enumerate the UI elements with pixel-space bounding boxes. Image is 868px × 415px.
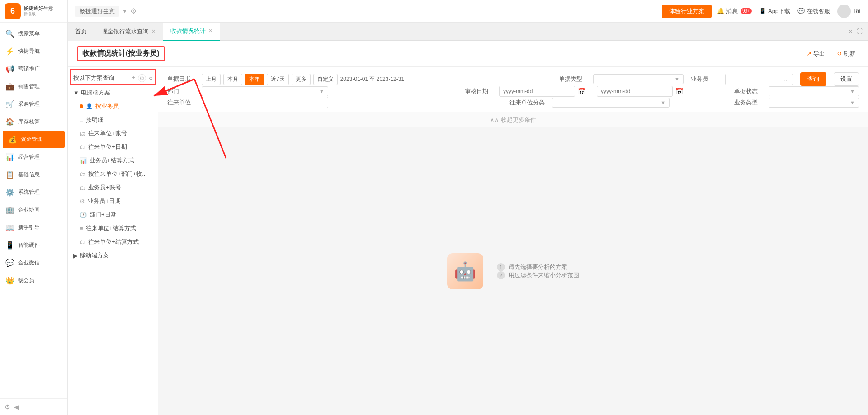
partner-more-icon[interactable]: ...	[319, 99, 324, 106]
tab-receipt-close[interactable]: ✕	[208, 28, 212, 34]
partner-account-icon: 🗂	[80, 130, 85, 137]
purchase-icon: 🛒	[5, 100, 14, 108]
export-btn[interactable]: ↗ 导出	[803, 48, 829, 60]
empty-state: 🤖 1 请先选择要分析的方案 2 用过滤条件来缩小分析范围	[158, 127, 868, 415]
filter-row-3-wrapper: 往来单位 ... 往来单位分类 ▼	[158, 97, 868, 112]
scheme-item-partner-account[interactable]: 🗂 往来单位+账号	[68, 127, 158, 140]
scheme-item-detail[interactable]: ≡ 按明细	[68, 113, 158, 127]
collapse-sidebar-icon[interactable]: ◀	[14, 403, 19, 410]
scheme-item-dept-date[interactable]: 🕐 部门+日期	[68, 208, 158, 222]
dept-arrow-icon: ▼	[319, 89, 324, 94]
close-window-icon[interactable]: ✕	[848, 28, 853, 35]
scheme-item-salesman-settlement[interactable]: 📊 业务员+结算方式	[68, 154, 158, 167]
dept-select[interactable]: ▼	[202, 86, 328, 96]
salesman-more-icon[interactable]: ...	[784, 76, 789, 83]
dept-label: 部门	[167, 87, 194, 95]
doc-type-select[interactable]: ▼	[593, 74, 684, 84]
member-icon: 👑	[5, 276, 14, 285]
topbar-right: 🔔 消息 99+ 📱 App下载 💬 在线客服 Rit	[717, 5, 861, 18]
salesman-date-icon: ⚙	[80, 198, 85, 205]
online-service-btn[interactable]: 💬 在线客服	[797, 7, 830, 15]
biz-type-select[interactable]: ▼	[769, 98, 859, 108]
scheme-item-salesman-account[interactable]: 🗂 业务员+账号	[68, 181, 158, 194]
sidebar-item-operation[interactable]: 📊 经营管理	[0, 148, 67, 166]
doc-status-select[interactable]: ▼	[769, 86, 859, 96]
calendar-to-icon[interactable]: 📅	[675, 88, 683, 95]
partner-select[interactable]: ...	[202, 97, 328, 108]
sidebar-item-hardware[interactable]: 📱 智能硬件	[0, 236, 67, 254]
sidebar-item-enterprise[interactable]: 🏢 企业协同	[0, 201, 67, 219]
scheme-group-mobile-title[interactable]: ▶ 移动端方案	[68, 249, 158, 262]
date-btn-this-month[interactable]: 本月	[223, 74, 242, 85]
sidebar-item-search[interactable]: 🔍 搜索菜单	[0, 25, 67, 42]
sidebar-item-wechat[interactable]: 💬 企业微信	[0, 254, 67, 272]
scheme-item-by-salesman[interactable]: 👤 按业务员	[68, 99, 158, 113]
tab-cashflow[interactable]: 现金银行流水查询 ✕	[94, 23, 163, 41]
date-btn-this-year[interactable]: 本年	[245, 74, 264, 85]
wechat-icon: 💬	[5, 259, 14, 267]
scheme-item-salesman-date[interactable]: ⚙ 业务员+日期	[68, 194, 158, 208]
refresh-btn[interactable]: ↻ 刷新	[833, 48, 859, 60]
add-scheme-icon[interactable]: +	[132, 74, 136, 82]
partner-category-select[interactable]: ▼	[552, 98, 670, 108]
enterprise-icon: 🏢	[5, 206, 14, 214]
doc-status-label: 单据状态	[734, 87, 761, 95]
date-btn-custom[interactable]: 自定义	[313, 74, 338, 85]
review-date-to[interactable]	[597, 86, 673, 97]
sidebar-logo: 6 畅捷通好生意 标准版	[0, 0, 67, 23]
date-btn-last-month[interactable]: 上月	[202, 74, 221, 85]
date-btn-7days[interactable]: 近7天	[267, 74, 289, 85]
tab-cashflow-close[interactable]: ✕	[151, 28, 156, 34]
settings-bottom-icon[interactable]: ⚙	[5, 403, 10, 410]
sidebar-item-sales[interactable]: 💼 销售管理	[0, 78, 67, 95]
maximize-icon[interactable]: ⛶	[857, 28, 863, 35]
download-icon: 📱	[759, 8, 766, 14]
left-panel-header: 按以下方案查询 + ⚙ «	[68, 71, 158, 86]
basic-icon: 📋	[5, 170, 14, 179]
scheme-item-partner-settlement1[interactable]: ≡ 往来单位+结算方式	[68, 222, 158, 235]
sidebar-item-inventory[interactable]: 🏠 库存核算	[0, 113, 67, 131]
scheme-settings-icon[interactable]: ⚙	[138, 74, 146, 82]
trial-btn[interactable]: 体验行业方案	[662, 5, 712, 18]
topbar-settings-icon[interactable]: ⚙	[130, 7, 137, 15]
sidebar-item-nav[interactable]: ⚡ 快捷导航	[0, 42, 67, 60]
topbar-app-name: 畅捷通好生意	[75, 6, 119, 17]
service-icon: 💬	[797, 8, 805, 14]
filter-settings-btn[interactable]: 设置	[834, 72, 859, 86]
partner-category-arrow-icon: ▼	[660, 100, 665, 105]
refresh-icon: ↻	[837, 50, 842, 57]
export-icon: ↗	[807, 50, 811, 57]
app-download-btn[interactable]: 📱 App下载	[759, 7, 790, 15]
sidebar-item-marketing[interactable]: 📢 营销推广	[0, 60, 67, 78]
calendar-from-icon[interactable]: 📅	[578, 88, 585, 95]
sidebar-item-member[interactable]: 👑 畅会员	[0, 272, 67, 289]
empty-robot-icon: 🤖	[447, 253, 483, 289]
notification-btn[interactable]: 🔔 消息 99+	[717, 7, 752, 15]
active-indicator	[80, 104, 83, 108]
topbar-dropdown-icon[interactable]: ▼	[122, 8, 127, 14]
query-btn[interactable]: 查询	[800, 72, 826, 86]
date-btn-more[interactable]: 更多	[292, 74, 311, 85]
review-date-from[interactable]	[499, 86, 575, 97]
tab-home[interactable]: 首页	[68, 23, 94, 41]
scheme-item-partner-dept[interactable]: 🗂 按往来单位+部门+收...	[68, 167, 158, 181]
collapse-bar[interactable]: ∧∧ 收起更多条件	[158, 112, 868, 127]
scheme-group-desktop-title[interactable]: ▼ 电脑端方案	[68, 86, 158, 99]
sidebar-item-guide[interactable]: 📖 新手引导	[0, 219, 67, 236]
collapse-panel-icon[interactable]: «	[149, 74, 152, 82]
tab-bar: 首页 现金银行流水查询 ✕ 收款情况统计 ✕ ✕ ⛶	[68, 23, 868, 41]
scheme-item-partner-settlement2[interactable]: 🗂 往来单位+结算方式	[68, 235, 158, 249]
user-profile[interactable]: Rit	[837, 5, 861, 18]
sidebar-item-finance[interactable]: 💰 资金管理	[3, 131, 65, 148]
scheme-item-partner-date[interactable]: 🗂 往来单位+日期	[68, 140, 158, 154]
sales-icon: 💼	[5, 82, 14, 91]
app-logo-icon: 6	[5, 3, 21, 19]
notification-icon: 🔔	[717, 8, 724, 14]
review-date-input-group: 📅 — 📅	[499, 86, 683, 97]
tab-receipt[interactable]: 收款情况统计 ✕	[163, 23, 220, 41]
sidebar-item-system[interactable]: ⚙️ 系统管理	[0, 184, 67, 201]
collapse-icon: ∧∧	[490, 117, 499, 123]
salesman-select[interactable]: ...	[725, 74, 793, 85]
sidebar-item-purchase[interactable]: 🛒 采购管理	[0, 95, 67, 113]
sidebar-item-basic[interactable]: 📋 基础信息	[0, 166, 67, 184]
